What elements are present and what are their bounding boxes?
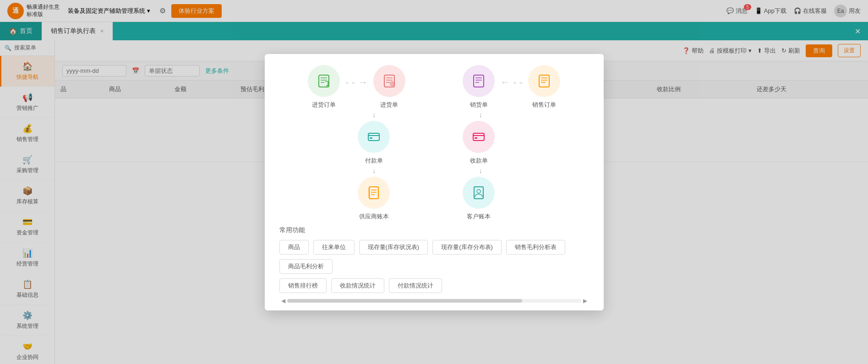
btn-stock-dist[interactable]: 现存量(库存分布表) bbox=[432, 240, 502, 255]
svg-rect-10 bbox=[368, 133, 379, 141]
svg-rect-13 bbox=[369, 187, 378, 199]
sales-bill-icon bbox=[463, 65, 495, 97]
svg-rect-29 bbox=[474, 187, 483, 199]
flow-node-receipt-slip[interactable]: 收款单 bbox=[463, 121, 495, 165]
flow-node-customer-ledger[interactable]: 客户账本 bbox=[463, 177, 495, 221]
supplier-ledger-icon bbox=[358, 177, 390, 209]
purchase-bill-icon bbox=[373, 65, 405, 97]
flow-node-purchase-bill[interactable]: 进货单 bbox=[373, 65, 405, 109]
sales-order-icon bbox=[528, 65, 560, 97]
btn-stock-status[interactable]: 现存量(库存状况表) bbox=[359, 240, 428, 255]
arrow-down-2: ↓ bbox=[372, 167, 376, 175]
arrow-down-3: ↓ bbox=[463, 111, 482, 119]
common-buttons-row2: 销售排行榜 收款情况统计 付款情况统计 bbox=[279, 278, 589, 293]
popup: 进货订单 - - → 进货单 ↓ bbox=[265, 54, 604, 310]
scrollbar-thumb[interactable] bbox=[287, 299, 523, 303]
svg-point-30 bbox=[477, 190, 480, 193]
svg-rect-26 bbox=[473, 133, 484, 141]
arrow-purchase-to-bill: - - → bbox=[345, 76, 368, 88]
payment-icon bbox=[358, 121, 390, 153]
scroll-right-icon[interactable]: ▶ bbox=[581, 298, 589, 304]
flow-node-purchase-order[interactable]: 进货订单 bbox=[308, 65, 340, 109]
btn-payment-stats[interactable]: 付款情况统计 bbox=[389, 278, 442, 293]
btn-product-profit[interactable]: 商品毛利分析 bbox=[279, 259, 333, 274]
btn-product[interactable]: 商品 bbox=[279, 240, 309, 255]
scrollbar-track[interactable] bbox=[287, 299, 581, 303]
arrow-down-4: ↓ bbox=[463, 167, 482, 175]
btn-sales-rank[interactable]: 销售排行榜 bbox=[279, 278, 327, 293]
common-functions-title: 常用功能 bbox=[279, 226, 589, 234]
customer-ledger-icon bbox=[463, 177, 495, 209]
btn-counterparty[interactable]: 往来单位 bbox=[313, 240, 355, 255]
popup-scrollbar: ◀ ▶ bbox=[279, 298, 589, 304]
btn-receipt-stats[interactable]: 收款情况统计 bbox=[331, 278, 384, 293]
arrow-down-1: ↓ bbox=[372, 111, 376, 119]
flow-node-sales-order[interactable]: 销售订单 bbox=[528, 65, 560, 109]
svg-rect-14 bbox=[368, 188, 370, 198]
flow-node-sales-bill[interactable]: 销货单 bbox=[463, 65, 495, 109]
btn-sales-profit[interactable]: 销售毛利分析表 bbox=[506, 240, 565, 255]
arrow-sales-order-to-bill: ← - - bbox=[500, 76, 523, 88]
svg-rect-22 bbox=[539, 75, 549, 87]
common-functions-section: 常用功能 商品 往来单位 现存量(库存状况表) 现存量(库存分布表) 销售毛利分… bbox=[279, 226, 589, 293]
svg-rect-28 bbox=[475, 137, 477, 139]
scroll-left-icon[interactable]: ◀ bbox=[279, 298, 287, 304]
svg-rect-18 bbox=[474, 75, 484, 87]
overlay[interactable]: 进货订单 - - → 进货单 ↓ bbox=[0, 0, 868, 364]
svg-rect-12 bbox=[370, 137, 372, 139]
purchase-order-icon bbox=[308, 65, 340, 97]
flow-node-supplier-ledger[interactable]: 供应商账本 bbox=[358, 177, 390, 221]
common-buttons-row1: 商品 往来单位 现存量(库存状况表) 现存量(库存分布表) 销售毛利分析表 商品… bbox=[279, 240, 589, 274]
receipt-icon bbox=[463, 121, 495, 153]
flow-node-payment-slip[interactable]: 付款单 bbox=[358, 121, 390, 165]
